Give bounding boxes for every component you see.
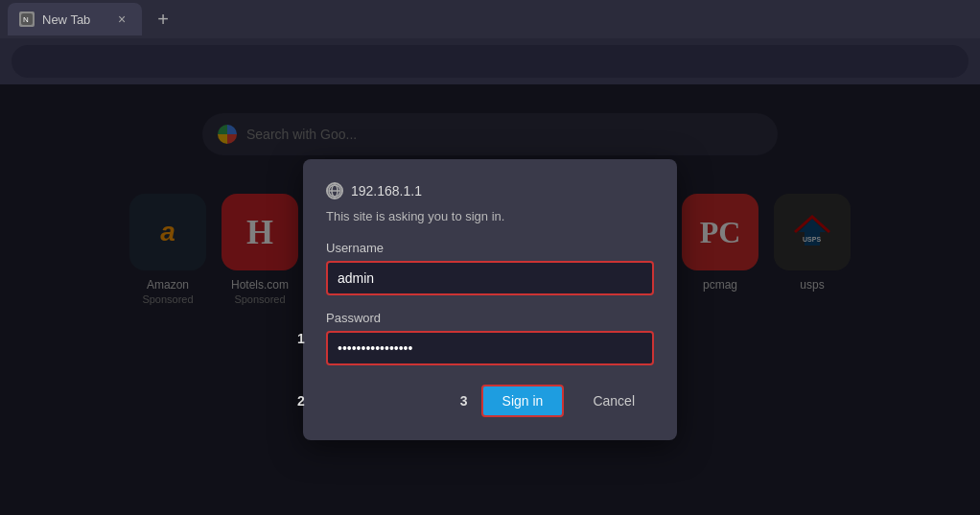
svg-text:N: N — [23, 15, 29, 24]
password-field-group: Password — [326, 311, 654, 381]
new-tab-page: Search with Goo... a Amazon Sponsored H … — [0, 84, 980, 515]
dialog-url: 192.168.1.1 — [351, 183, 422, 199]
tab-favicon: N — [19, 12, 35, 27]
address-bar-row — [0, 38, 980, 84]
auth-dialog: 1 2 192.168.1.1 This site is asking you … — [303, 159, 677, 440]
username-field-group: Username — [326, 241, 654, 311]
dialog-subtitle: This site is asking you to sign in. — [326, 209, 654, 223]
signin-button[interactable]: Sign in — [481, 385, 565, 417]
modal-overlay: 1 2 192.168.1.1 This site is asking you … — [0, 84, 980, 515]
new-tab-button[interactable]: + — [150, 6, 176, 33]
browser-chrome: N New Tab × + — [0, 0, 980, 84]
tab-bar: N New Tab × + — [0, 0, 980, 38]
cancel-button[interactable]: Cancel — [573, 386, 654, 415]
globe-icon — [326, 182, 343, 199]
step-1-label: 1 — [297, 331, 305, 346]
password-input[interactable] — [326, 331, 654, 365]
address-bar[interactable] — [12, 45, 968, 78]
username-label: Username — [326, 241, 654, 255]
dialog-header: 192.168.1.1 — [326, 182, 654, 199]
step-3-label: 3 — [460, 393, 468, 409]
tab-close-button[interactable]: × — [113, 11, 130, 28]
dialog-actions: 3 Sign in Cancel — [326, 385, 654, 417]
active-tab[interactable]: N New Tab × — [8, 3, 142, 35]
password-label: Password — [326, 311, 654, 325]
tab-title: New Tab — [42, 12, 105, 27]
username-input[interactable] — [326, 261, 654, 295]
step-2-label: 2 — [297, 393, 305, 409]
